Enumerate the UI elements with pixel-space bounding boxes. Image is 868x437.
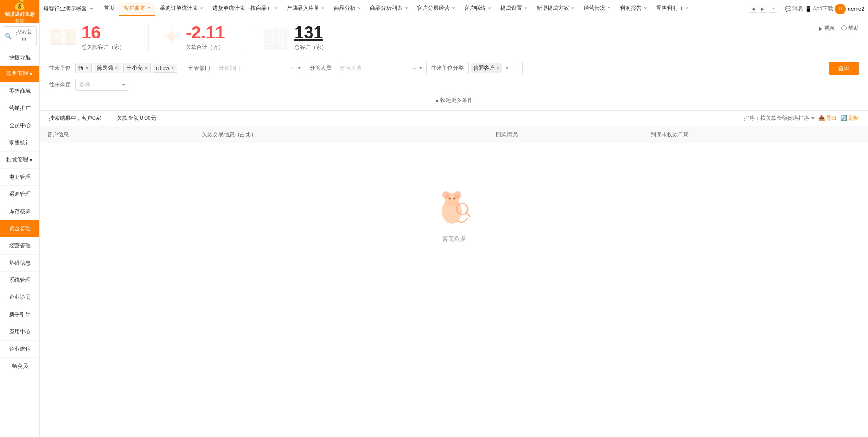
nav-tab-promo-settings[interactable]: 提成设置 ✕ [496,2,532,16]
sidebar-item-app-center[interactable]: 应用中心 [0,323,39,341]
nav-maximize-button[interactable]: ⤢ [769,5,777,13]
nav-tab-product-analysis-list[interactable]: 商品分析列表 ✕ [365,2,412,16]
nav-tab-label: 客户分层经营 [417,5,450,12]
sidebar-item-new-guide[interactable]: 新手引导 [0,306,39,323]
nav-scroll-right-button[interactable]: ▶ [759,5,767,13]
close-icon[interactable]: ✕ [357,6,361,11]
sidebar-search-area: 🔍 搜索菜单 [0,23,39,50]
filter-row-2: 往来余额 选择... [49,79,859,91]
svg-point-3 [454,191,461,199]
app-download-button[interactable]: 📱 App下载 [805,5,833,13]
sidebar-item-member-center[interactable]: 会员中心 [0,117,39,134]
nav-tab-label: 采购订单统计表 [160,5,198,12]
export-label: 导出 [826,114,837,122]
close-icon[interactable]: ✕ [147,6,151,11]
sidebar-item-label: 应用中心 [9,328,31,335]
nav-tab-new-promo[interactable]: 新增提成方案 ✕ [532,2,579,16]
person-select[interactable]: 分管人员 ··· [336,62,427,74]
sidebar-item-label: 库存核算 [9,208,31,214]
stat-block-all-customers: 🏢 131 总客户（家） [248,24,348,51]
close-icon[interactable]: ✕ [404,6,408,11]
help-button[interactable]: ⓘ 帮助 [841,24,859,32]
svg-line-7 [466,213,470,217]
sidebar-item-inventory[interactable]: 库存核算 [0,203,39,220]
close-icon[interactable]: ✕ [685,6,689,11]
sidebar-item-retail-mgmt[interactable]: 零售管理 ▼ [0,66,39,83]
unit-filter-tags: 伍 ✕ 陈民强 ✕ 王小亮 ✕ cjttcw ✕ ... [75,63,184,73]
more-tags-button[interactable]: ... [179,65,184,71]
sidebar-item-purchase-mgmt[interactable]: 采购管理 [0,186,39,203]
nav-tab-cost-stock[interactable]: 产成品入库单 ✕ [282,2,329,16]
video-button[interactable]: ▶ 视频 [819,24,835,32]
sidebar-item-marketing[interactable]: 营销推广 [0,100,39,117]
receivable-value: -2.11 [186,24,225,43]
chevron-down-icon: ▼ [29,158,33,162]
search-menu-button[interactable]: 🔍 搜索菜单 [3,26,37,46]
nav-tab-retail-profit[interactable]: 零售利润（ ✕ [652,2,693,16]
sidebar-item-enterprise-wechat[interactable]: 企业微信 [0,341,39,358]
close-icon[interactable]: ✕ [607,6,611,11]
sidebar-item-retail-mall[interactable]: 零售商城 [0,83,39,100]
sidebar-item-enterprise-collab[interactable]: 企业协同 [0,289,39,306]
close-icon[interactable]: ✕ [451,6,455,11]
filter-tag-wang: 王小亮 ✕ [123,63,151,73]
close-icon[interactable]: ✕ [200,6,203,11]
department-select[interactable]: 分管部门 ··· [215,62,305,74]
all-customers-value: 131 [294,24,327,43]
tag-text: 王小亮 [126,64,143,72]
tag-close-icon[interactable]: ✕ [85,66,89,71]
close-icon[interactable]: ✕ [488,6,491,11]
nav-tab-customer-tier[interactable]: 客户分层经营 ✕ [412,2,460,16]
search-menu-label: 搜索菜单 [14,28,34,44]
message-button[interactable]: 💬 消息 [785,5,803,13]
sidebar-item-retail-stats[interactable]: 零售统计 [0,134,39,152]
nav-tab-purchase-orders[interactable]: 采购订单统计表 ✕ [155,2,208,16]
sidebar-item-label: 基础信息 [9,260,31,266]
sidebar-item-basic-info[interactable]: 基础信息 [0,255,39,272]
unit-category-select[interactable]: 普通客户 ✕ [468,62,523,74]
tag-close-icon[interactable]: ✕ [171,66,174,71]
quick-nav-button[interactable]: 快捷导航 [0,50,39,66]
sidebar-item-system-mgmt[interactable]: 系统管理 [0,272,39,289]
table-header-row: 客户信息 欠款交易信息（占比） 回款情况 到期未收款日期 [40,126,868,143]
tag-close-icon[interactable]: ✕ [144,66,148,71]
sidebar-item-finance[interactable]: 资金管理 [0,220,39,238]
department-filter-label: 分管部门 [188,64,210,72]
nav-tab-product-analysis[interactable]: 商品分析 ✕ [329,2,365,16]
chevron-down-icon [505,67,509,69]
nav-tab-instock-stats[interactable]: 进货单统计表（按商品） ✕ [208,2,282,16]
close-icon[interactable]: ✕ [321,6,325,11]
nav-scroll-left-button[interactable]: ◀ [749,5,757,13]
tag-close-icon[interactable]: ✕ [115,66,118,71]
nav-tab-customer-contact[interactable]: 客户联络 ✕ [460,2,496,16]
tag-close-icon[interactable]: ✕ [496,66,500,71]
collapse-more-button[interactable]: ▲ 收起更多条件 [49,95,859,106]
refresh-button[interactable]: 🔄 刷新 [840,114,859,122]
nav-tab-label: 首页 [104,5,115,12]
receivable-bg-icon: ✦ [162,26,181,48]
close-icon[interactable]: ✕ [524,6,528,11]
nav-tab-accounts-receivable[interactable]: 客户账本 ✕ [119,2,155,16]
balance-select[interactable]: 选择... [75,79,129,91]
nav-tab-profit-report[interactable]: 利润报告 ✕ [615,2,652,16]
close-icon[interactable]: ✕ [643,6,647,11]
user-avatar[interactable]: D [835,4,846,14]
tag-text: 普通客户 [473,64,495,72]
sort-button[interactable]: 排序：按欠款金额倒序排序 [744,114,815,122]
sidebar-item-batch-mgmt[interactable]: 批发管理 ▼ [0,152,39,169]
export-button[interactable]: 📤 导出 [818,114,837,122]
nav-tab-home[interactable]: 首页 [99,2,119,16]
nav-tab-operations[interactable]: 经营情况 ✕ [579,2,615,16]
account-dropdown[interactable]: 母婴行业演示帐套 [40,0,97,18]
table-actions: 排序：按欠款金额倒序排序 📤 导出 🔄 刷新 [744,114,859,122]
sidebar-item-label: 零售管理 [6,70,28,78]
close-icon[interactable]: ✕ [571,6,575,11]
sidebar-item-operations-mgmt[interactable]: 经营管理 [0,238,39,255]
sidebar-item-vip-member[interactable]: 畅会员 [0,358,39,375]
close-icon[interactable]: ✕ [274,6,278,11]
sidebar-item-ecommerce[interactable]: 电商管理 [0,169,39,186]
sidebar-item-label: 新手引导 [9,311,31,318]
query-button[interactable]: 查询 [829,62,859,75]
department-placeholder: 分管部门 [219,64,288,72]
svg-point-2 [442,191,450,199]
